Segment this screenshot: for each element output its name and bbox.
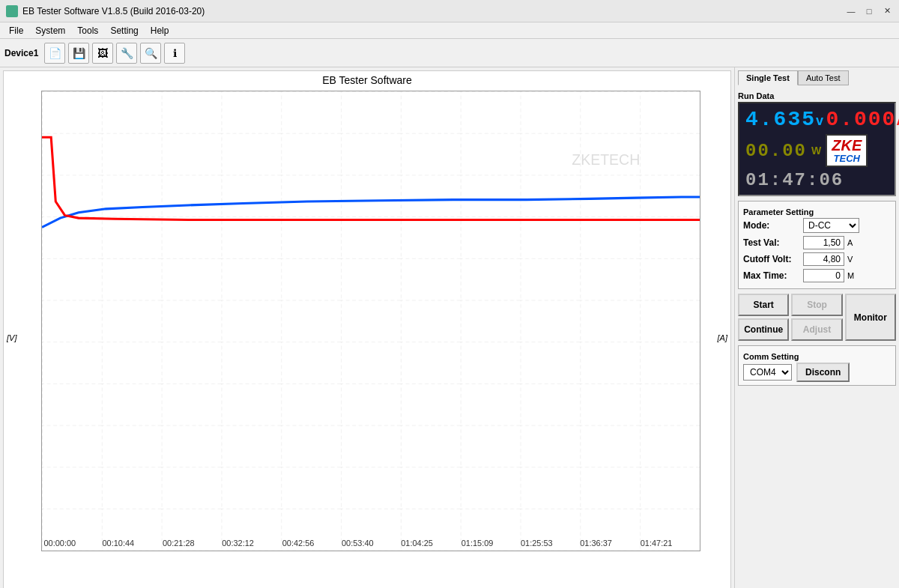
monitor-button[interactable]: Monitor xyxy=(845,294,896,341)
menu-help[interactable]: Help xyxy=(145,24,175,37)
main-area: EB Tester Software [V] [A] ZKET xyxy=(0,67,899,588)
run-data-label: Run Data xyxy=(738,91,896,100)
right-panel: Single Test Auto Test Run Data 4.635 v 0… xyxy=(734,67,899,588)
zke-logo: ZKE TECH xyxy=(826,134,868,167)
tabs: Single Test Auto Test xyxy=(738,70,896,85)
svg-text:01:04:25: 01:04:25 xyxy=(401,539,433,548)
control-buttons: Start Stop Monitor Continue Adjust xyxy=(738,294,896,341)
chart-container: [V] [A] ZKETECH xyxy=(4,88,730,588)
settings-button[interactable]: 🔧 xyxy=(116,43,137,64)
param-mode-label: Mode: xyxy=(743,220,803,231)
menu-setting[interactable]: Setting xyxy=(104,24,144,37)
svg-text:00:42:56: 00:42:56 xyxy=(282,539,315,548)
title-bar: EB Tester Software V1.8.5 (Build 2016-03… xyxy=(0,0,899,22)
search-button[interactable]: 🔍 xyxy=(140,43,161,64)
maximize-button[interactable]: □ xyxy=(863,5,875,17)
comm-setting-box: Comm Setting COM4 COM1 COM2 COM3 Disconn xyxy=(738,345,896,386)
run-data-box: 4.635 v 0.000 A 00.00 W ZKE TECH 01:47:0… xyxy=(738,102,896,196)
chart-area: EB Tester Software [V] [A] ZKET xyxy=(3,70,731,588)
run-data-row3: 01:47:06 xyxy=(745,170,889,190)
svg-text:01:25:53: 01:25:53 xyxy=(521,539,553,548)
comm-port-select[interactable]: COM4 COM1 COM2 COM3 xyxy=(743,364,792,381)
svg-text:00:10:44: 00:10:44 xyxy=(102,539,134,548)
app-icon xyxy=(6,5,18,17)
chart-section: EB Tester Software [V] [A] ZKET xyxy=(0,67,734,588)
param-maxtime-input[interactable] xyxy=(803,269,844,282)
menu-file[interactable]: File xyxy=(3,24,29,37)
voltage-display: 4.635 xyxy=(745,108,816,131)
menu-system[interactable]: System xyxy=(29,24,71,37)
svg-text:00:32:12: 00:32:12 xyxy=(222,539,254,548)
svg-text:01:36:37: 01:36:37 xyxy=(580,539,612,548)
chart-title: EB Tester Software xyxy=(4,71,730,88)
param-setting-box: Parameter Setting Mode: D-CC D-CV D-CP T… xyxy=(738,201,896,289)
tech-text: TECH xyxy=(834,154,860,164)
close-button[interactable]: ✕ xyxy=(881,5,893,17)
info-button[interactable]: ℹ xyxy=(164,43,185,64)
power-unit: W xyxy=(811,145,821,157)
adjust-button[interactable]: Adjust xyxy=(791,318,842,341)
title-bar-text: EB Tester Software V1.8.5 (Build 2016-03… xyxy=(22,6,845,16)
run-data-row2: 00.00 W ZKE TECH xyxy=(745,134,889,167)
param-testval-row: Test Val: A xyxy=(743,236,891,249)
param-cutoffvolt-unit: V xyxy=(847,255,853,264)
current-display: 0.000 xyxy=(826,108,896,131)
tab-auto-test[interactable]: Auto Test xyxy=(798,70,849,85)
menu-tools[interactable]: Tools xyxy=(71,24,104,37)
svg-text:01:47:21: 01:47:21 xyxy=(641,539,673,548)
toolbar: Device1 📄 💾 🖼 🔧 🔍 ℹ xyxy=(0,39,899,67)
device-label: Device1 xyxy=(4,48,38,58)
param-maxtime-label: Max Time: xyxy=(743,270,803,281)
voltage-unit: v xyxy=(816,113,823,129)
comm-setting-label: Comm Setting xyxy=(743,352,891,361)
param-cutoffvolt-label: Cutoff Volt: xyxy=(743,254,803,264)
param-cutoffvolt-input[interactable] xyxy=(803,252,844,266)
time-display: 01:47:06 xyxy=(745,170,844,190)
stop-button[interactable]: Stop xyxy=(791,294,842,316)
new-button[interactable]: 📄 xyxy=(44,43,65,64)
param-testval-input[interactable] xyxy=(803,236,844,249)
param-mode-select[interactable]: D-CC D-CV D-CP xyxy=(803,218,859,233)
minimize-button[interactable]: — xyxy=(845,5,857,17)
menu-bar: File System Tools Setting Help xyxy=(0,22,899,39)
title-bar-controls: — □ ✕ xyxy=(845,5,893,17)
param-setting-label: Parameter Setting xyxy=(743,207,891,216)
comm-row: COM4 COM1 COM2 COM3 Disconn xyxy=(743,363,891,382)
svg-text:00:53:40: 00:53:40 xyxy=(342,539,374,548)
param-mode-row: Mode: D-CC D-CV D-CP xyxy=(743,218,891,233)
image-button[interactable]: 🖼 xyxy=(92,43,113,64)
chart-inner: ZKETECH 00:00:00 00:10:44 00:21:28 00:32… xyxy=(41,91,700,551)
run-data-row1: 4.635 v 0.000 A xyxy=(745,108,889,131)
disconn-button[interactable]: Disconn xyxy=(796,363,850,382)
tab-single-test[interactable]: Single Test xyxy=(738,70,798,85)
zke-text: ZKE xyxy=(832,137,862,154)
svg-text:00:21:28: 00:21:28 xyxy=(163,539,195,548)
param-maxtime-row: Max Time: M xyxy=(743,269,891,282)
svg-text:ZKETECH: ZKETECH xyxy=(572,151,640,168)
y-axis-left-label: [V] xyxy=(7,333,16,342)
param-testval-unit: A xyxy=(847,238,853,247)
continue-button[interactable]: Continue xyxy=(738,318,789,341)
power-display: 00.00 xyxy=(745,141,807,161)
svg-text:01:15:09: 01:15:09 xyxy=(461,539,494,548)
param-cutoffvolt-row: Cutoff Volt: V xyxy=(743,252,891,266)
chart-svg: ZKETECH 00:00:00 00:10:44 00:21:28 00:32… xyxy=(42,91,700,551)
svg-text:00:00:00: 00:00:00 xyxy=(43,539,76,548)
save-button[interactable]: 💾 xyxy=(68,43,89,64)
y-axis-right-label: [A] xyxy=(718,333,727,342)
param-testval-label: Test Val: xyxy=(743,237,803,248)
param-maxtime-unit: M xyxy=(847,271,854,280)
current-unit: A xyxy=(896,113,899,129)
start-button[interactable]: Start xyxy=(738,294,789,316)
